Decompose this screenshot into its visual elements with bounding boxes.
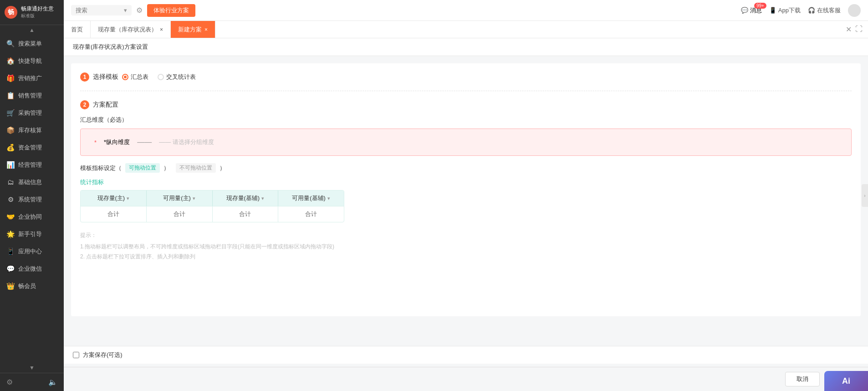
tab-inventory-status[interactable]: 现存量（库存状况表） × — [91, 21, 171, 38]
radio-cross[interactable]: 交叉统计表 — [158, 73, 196, 81]
stats-cell-1: 合计 — [147, 206, 213, 222]
audio-icon[interactable]: 🔈 — [48, 378, 57, 386]
tab-new-plan[interactable]: 新建方案 × — [171, 21, 215, 38]
user-avatar[interactable] — [848, 4, 861, 17]
dimension-row-label: *纵向维度 — [104, 138, 130, 146]
dimension-label: 汇总维度（必选） — [80, 116, 852, 124]
sidebar-scroll-up[interactable]: ▲ — [0, 25, 64, 35]
stats-col-0: 现存量(主) ▾ — [81, 190, 147, 206]
radio-summary-dot — [124, 76, 127, 78]
sidebar-item-finance[interactable]: 💰 资金管理 — [0, 139, 64, 156]
tab-home[interactable]: 首页 — [64, 21, 91, 38]
step2-label: 方案配置 — [93, 101, 118, 109]
expand-panel-icon[interactable]: ⛶ — [855, 25, 863, 34]
save-checkbox[interactable] — [73, 352, 79, 358]
topbar-gear-icon[interactable]: ⚙ — [136, 6, 143, 15]
ai-label: Ai — [842, 376, 850, 386]
logo-text: 畅康通好生意 标准版 — [21, 5, 54, 19]
stats-table-row: 合计 合计 合计 合计 — [81, 206, 344, 222]
tab-inventory-close-icon[interactable]: × — [160, 26, 163, 33]
step1-section: 1 选择模板 汇总表 交叉统计表 — [80, 72, 852, 82]
ai-badge[interactable]: Ai — [824, 371, 868, 391]
close-panel-icon[interactable]: ✕ — [846, 25, 852, 34]
mobile-icon: 📱 — [6, 247, 15, 256]
crown-icon: 👑 — [6, 282, 15, 290]
sidebar-item-operations[interactable]: 📊 经营管理 — [0, 156, 64, 174]
tab-header-icons: ✕ ⛶ — [846, 25, 868, 34]
gift-icon: 🎁 — [6, 74, 15, 82]
stats-col-1-chevron[interactable]: ▾ — [193, 196, 195, 201]
handshake-icon: 🤝 — [6, 213, 15, 221]
save-row: 方案保存(可选) — [64, 346, 868, 364]
stats-cell-2: 合计 — [213, 206, 279, 222]
footer-bar: 取消 查询 — [64, 367, 868, 391]
sidebar-item-member[interactable]: 👑 畅会员 — [0, 278, 64, 295]
search-input[interactable] — [76, 7, 121, 14]
tips-item-0: 1.拖动标题栏可以调整布局，不可跨维度或指标区域拖动栏目字段(只能在同一维度或指… — [80, 242, 852, 252]
page-title: 现存量(库存状况表)方案设置 — [73, 43, 148, 50]
sidebar-bottom: ⚙ 🔈 — [0, 373, 64, 391]
headset-icon: 🎧 — [808, 7, 815, 14]
sidebar-item-search[interactable]: 🔍 搜索菜单 — [0, 35, 64, 52]
settings-bottom-icon[interactable]: ⚙ — [6, 378, 13, 386]
chat-icon: 💬 — [6, 265, 15, 273]
stats-col-2-chevron[interactable]: ▾ — [261, 196, 264, 201]
template-radio-group: 汇总表 交叉统计表 — [122, 73, 196, 81]
sidebar-scroll-down[interactable]: ▼ — [0, 363, 64, 373]
step2-num: 2 — [80, 100, 89, 109]
sidebar-item-label: 采购管理 — [18, 109, 42, 117]
sidebar-item-basic[interactable]: 🗂 基础信息 — [0, 174, 64, 191]
sidebar-item-label: 企业微信 — [18, 265, 42, 273]
topbar-search-box[interactable]: ▾ — [71, 5, 132, 15]
sidebar-item-shortcut[interactable]: 🏠 快捷导航 — [0, 52, 64, 70]
radio-summary-circle — [122, 74, 128, 80]
sidebar-item-system[interactable]: ⚙ 系统管理 — [0, 191, 64, 208]
step1-num: 1 — [80, 72, 89, 82]
radio-summary[interactable]: 汇总表 — [122, 73, 148, 81]
message-btn[interactable]: 💬 消息 99+ — [741, 6, 762, 15]
stats-table-header: 现存量(主) ▾ 可用量(主) ▾ 现存量(基辅) ▾ 可用量(基辅) — [81, 190, 344, 206]
sidebar-item-inventory[interactable]: 📦 库存核算 — [0, 122, 64, 139]
sidebar-item-appcenter[interactable]: 📱 应用中心 — [0, 243, 64, 260]
stats-col-3-chevron[interactable]: ▾ — [327, 196, 330, 201]
cancel-button[interactable]: 取消 — [785, 372, 820, 386]
chart-icon: 📊 — [6, 161, 15, 169]
tab-new-plan-close-icon[interactable]: × — [204, 26, 208, 33]
app-download-btn[interactable]: 📱 App下载 — [769, 6, 801, 15]
sidebar-item-label: 资金管理 — [18, 144, 42, 152]
search-dropdown-icon[interactable]: ▾ — [124, 7, 127, 14]
sidebar-item-newbie[interactable]: 🌟 新手引导 — [0, 226, 64, 243]
stats-cell-3: 合计 — [278, 206, 344, 222]
sidebar-item-label: 系统管理 — [18, 196, 42, 204]
save-label[interactable]: 方案保存(可选) — [83, 351, 123, 359]
sidebar-item-wechat[interactable]: 💬 企业微信 — [0, 260, 64, 278]
sidebar-item-label: 新手引导 — [18, 230, 42, 238]
topbar-right: 💬 消息 99+ 📱 App下载 🎧 在线客服 — [741, 4, 861, 17]
sidebar-item-marketing[interactable]: 🎁 营销推广 — [0, 70, 64, 87]
sidebar-item-sales[interactable]: 📋 销售管理 — [0, 87, 64, 104]
sidebar-logo: 畅 畅康通好生意 标准版 — [0, 0, 64, 25]
right-panel-toggle[interactable]: › — [862, 184, 868, 207]
sidebar-item-purchase[interactable]: 🛒 采购管理 — [0, 104, 64, 122]
stats-col-3-label: 可用量(基辅) — [292, 194, 326, 202]
draggable-tag: 可拖动位置 — [125, 163, 160, 173]
topbar-left: ▾ ⚙ 体验行业方案 — [71, 4, 195, 17]
sidebar-item-label: 应用中心 — [18, 247, 42, 256]
home-icon: 🏠 — [6, 57, 15, 65]
box-icon: 📦 — [6, 126, 15, 134]
search-icon: 🔍 — [6, 40, 15, 48]
sidebar-item-label: 基础信息 — [18, 178, 42, 186]
content-area: 现存量(库存状况表)方案设置 1 选择模板 汇总表 — [64, 38, 868, 391]
online-service-btn[interactable]: 🎧 在线客服 — [808, 6, 841, 15]
star-icon: 🌟 — [6, 230, 15, 238]
gear-icon: ⚙ — [6, 196, 15, 204]
app-download-label: App下载 — [778, 6, 801, 15]
dimension-placeholder[interactable]: —— 请选择分组维度 — [159, 138, 214, 146]
sidebar-item-enterprise[interactable]: 🤝 企业协同 — [0, 208, 64, 226]
tab-inventory-label: 现存量（库存状况表） — [98, 26, 157, 34]
industry-btn[interactable]: 体验行业方案 — [147, 4, 195, 17]
stats-col-0-chevron[interactable]: ▾ — [127, 196, 129, 201]
sidebar-item-label: 快捷导航 — [18, 57, 42, 65]
topbar: ▾ ⚙ 体验行业方案 💬 消息 99+ 📱 App下载 🎧 在线客服 — [64, 0, 868, 21]
tab-bar: 首页 现存量（库存状况表） × 新建方案 × ✕ ⛶ — [64, 21, 868, 38]
